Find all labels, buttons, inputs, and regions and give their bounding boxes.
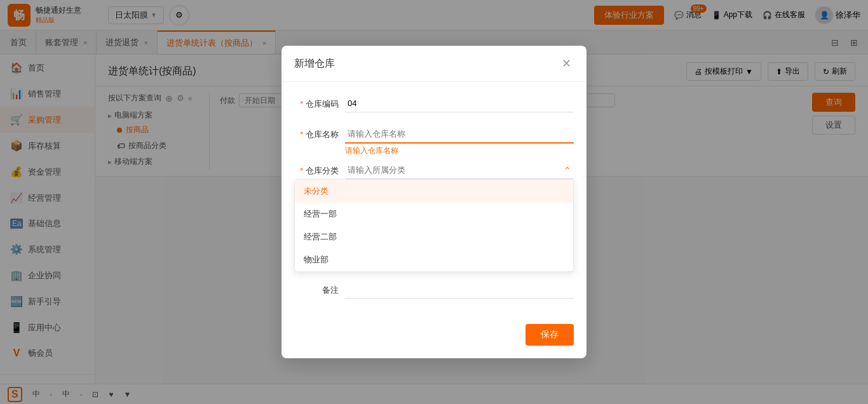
category-input-row: ⌃ [345,161,574,179]
category-input[interactable] [345,161,561,178]
note-label: 备注 [294,281,345,296]
code-label: 仓库编码 [294,95,345,110]
dropdown-item-ops2[interactable]: 经营二部 [295,226,573,248]
note-input[interactable] [345,281,574,299]
modal-title: 新增仓库 [294,57,335,71]
add-warehouse-modal: 新增仓库 ✕ 仓库编码 仓库名称 请输入仓库名称 仓库分类 [281,46,587,358]
dropdown-item-property[interactable]: 物业部 [295,248,573,271]
category-dropdown: 未分类 经营一部 经营二部 物业部 [294,179,574,272]
category-label: 仓库分类 [294,161,345,177]
category-toggle-button[interactable]: ⌃ [561,163,574,178]
category-wrapper: ⌃ 未分类 经营一部 经营二部 物业部 [345,161,574,179]
form-row-note: 备注 [294,281,574,299]
modal-footer: 保存 [281,318,587,358]
dropdown-item-unclassified[interactable]: 未分类 [295,180,573,203]
name-input[interactable] [345,125,574,144]
save-button[interactable]: 保存 [526,324,574,346]
modal-body: 仓库编码 仓库名称 请输入仓库名称 仓库分类 ⌃ [281,82,587,318]
modal-header: 新增仓库 ✕ [281,46,587,82]
name-error-message: 请输入仓库名称 [345,145,398,156]
modal-close-button[interactable]: ✕ [559,56,574,71]
code-input[interactable] [345,95,574,112]
name-label: 仓库名称 [294,125,345,140]
modal-overlay: 新增仓库 ✕ 仓库编码 仓库名称 请输入仓库名称 仓库分类 [0,0,868,404]
dropdown-item-ops1[interactable]: 经营一部 [295,203,573,226]
form-row-name: 仓库名称 请输入仓库名称 [294,125,574,144]
form-row-category: 仓库分类 ⌃ 未分类 经营一部 经营二部 物业部 [294,161,574,179]
form-row-code: 仓库编码 [294,95,574,112]
